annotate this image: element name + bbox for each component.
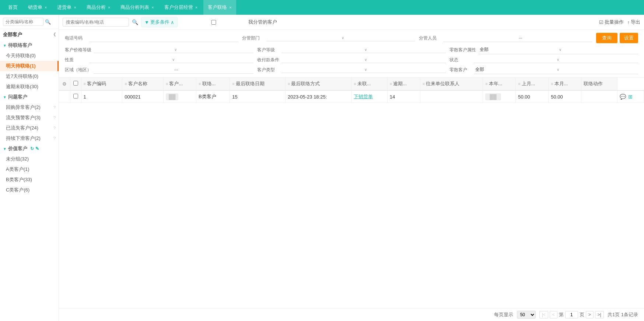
next-page-btn[interactable]: > <box>586 311 594 318</box>
value-edit-icon[interactable]: ✎ <box>35 146 39 151</box>
sidebar-item-declining[interactable]: 持续下滑客户(2) ? <box>0 133 59 144</box>
batch-op-checkbox-icon: ☑ <box>599 20 603 25</box>
filter-retail-attr-label: 零散客户属性 <box>449 47 476 53</box>
nav-home[interactable]: 首页 <box>4 0 22 15</box>
col-contact-person-icon[interactable]: ≡ <box>423 82 425 86</box>
sidebar-item-class-b[interactable]: B类客户(33) <box>0 175 59 185</box>
nav-product-analysis[interactable]: 商品分析 × <box>82 0 115 15</box>
my-customers-check[interactable] <box>181 20 247 25</box>
first-page-btn[interactable]: |< <box>539 311 548 318</box>
col-gear[interactable]: ⚙ <box>59 77 70 90</box>
col-overdue: ≡逾期... <box>387 77 420 90</box>
close-customer-tier-icon[interactable]: × <box>195 5 197 10</box>
row-checkbox[interactable] <box>73 94 78 99</box>
action-comment-icon[interactable]: 💬 <box>620 94 626 100</box>
col-customer-type-icon[interactable]: ≡ <box>166 82 168 86</box>
sidebar-all-customers[interactable]: 全部客户 《 <box>0 29 59 40</box>
action-grid-icon[interactable]: ⊞ <box>628 94 633 100</box>
filter-retail-attr-chevron-icon: ∨ <box>559 48 637 52</box>
sidebar-item-churned[interactable]: 已流失客户(24) ? <box>0 123 59 133</box>
col-overdue-icon[interactable]: ≡ <box>390 82 392 86</box>
row-checkbox-cell[interactable] <box>70 90 81 103</box>
col-this-year-icon[interactable]: ≡ <box>485 82 487 86</box>
col-this-month-icon[interactable]: ≡ <box>551 82 553 86</box>
sidebar-search-icon[interactable]: 🔍 <box>45 19 51 25</box>
filter-dept-dropdown[interactable]: ∨ <box>266 35 416 41</box>
last-page-btn[interactable]: >| <box>595 311 604 318</box>
filter-customer-type-chevron-icon: ∨ <box>364 68 444 72</box>
top-nav: 首页 销货单 × 进货单 × 商品分析 × 商品分析列表 × 客户分层经营 × … <box>0 0 644 15</box>
filter-customer-type-dropdown[interactable]: ∨ <box>281 66 446 73</box>
last-method-link[interactable]: 下销货单 <box>354 94 373 99</box>
close-purchase-order-icon[interactable]: × <box>74 5 76 10</box>
sidebar-search-area: 🔍 <box>0 15 59 29</box>
filter-phone-label: 电话号码 <box>65 35 87 41</box>
filter-person-dropdown[interactable]: ··· <box>443 34 592 42</box>
filter-nature-dropdown[interactable]: ∨ <box>89 56 253 63</box>
search-input[interactable] <box>63 18 129 27</box>
filter-status-dropdown[interactable]: ∨ <box>474 56 638 63</box>
nav-customer-contact[interactable]: 客户联络 × <box>203 0 236 15</box>
filter-person-dots[interactable]: ··· <box>519 35 591 41</box>
sidebar-item-overdue-contact[interactable]: 逾期未联络(30) <box>0 82 59 92</box>
row-action: 💬 ⊞ <box>617 90 644 103</box>
main-layout: 🔍 全部客户 《 ▼ 待联络客户 今天待联络(0) 明天待联络(1) 近7天待联… <box>0 15 644 321</box>
close-sales-order-icon[interactable]: × <box>45 5 47 10</box>
settings-btn[interactable]: 设置 <box>620 33 638 43</box>
col-last-month-icon[interactable]: ≡ <box>518 82 520 86</box>
close-product-analysis-list-icon[interactable]: × <box>151 5 154 10</box>
triangle-icon-problem: ▼ <box>3 95 7 99</box>
filter-phone-input[interactable] <box>89 34 238 42</box>
filter-region-dots[interactable]: ··· <box>174 67 252 72</box>
sidebar-item-repurchase-abnormal[interactable]: 回购异常客户(2) ? <box>0 102 59 113</box>
sidebar-item-week-pending[interactable]: 近7天待联络(0) <box>0 71 59 82</box>
nav-sales-order[interactable]: 销货单 × <box>24 0 51 15</box>
page-size-select[interactable]: 50 10 20 100 <box>517 311 536 319</box>
select-all-checkbox[interactable] <box>73 81 78 86</box>
my-customers-checkbox[interactable]: 我分管的客户 <box>181 19 277 25</box>
batch-op-btn[interactable]: ☑ 批量操作 <box>599 19 624 25</box>
filter-customer-level-label: 客户等级 <box>257 47 279 53</box>
filter-retail-customer-dropdown[interactable]: 全部 ∨ <box>474 65 638 74</box>
page-input[interactable] <box>565 311 578 318</box>
filter-price-level-dropdown[interactable]: ∨ <box>94 46 253 53</box>
filter-status-label: 状态 <box>449 57 472 63</box>
col-contact-count-icon[interactable]: ≡ <box>199 82 201 86</box>
sidebar-search-input[interactable] <box>3 18 43 26</box>
col-last-date-icon[interactable]: ≡ <box>232 82 234 86</box>
row-this-month <box>581 90 617 103</box>
sidebar-item-ungrouped[interactable]: 未分组(32) <box>0 154 59 164</box>
sidebar-item-class-a[interactable]: A类客户(1) <box>0 164 59 175</box>
row-this-year: 50.00 <box>516 90 549 103</box>
prev-page-btn[interactable]: < <box>550 311 557 318</box>
filter-customer-level-dropdown[interactable]: ∨ <box>281 46 446 53</box>
col-no-contact: ≡未联... <box>351 77 388 90</box>
col-checkbox[interactable] <box>70 77 81 90</box>
filter-retail-attr-value: 全部 <box>480 46 557 53</box>
sidebar-item-churn-warning[interactable]: 流失预警客户(3) ? <box>0 113 59 123</box>
filter-more-btn[interactable]: ▼ 更多条件 ∧ <box>141 17 178 27</box>
value-refresh-icon[interactable]: ↻ <box>30 146 34 151</box>
filter-payment-dropdown[interactable]: ∨ <box>281 56 446 63</box>
col-last-method-icon[interactable]: ≡ <box>288 82 290 86</box>
filter-region-dropdown[interactable]: ··· <box>94 66 253 74</box>
export-btn[interactable]: ↑ 导出 <box>627 19 641 25</box>
nav-customer-tier[interactable]: 客户分层经营 × <box>160 0 202 15</box>
col-no-contact-icon[interactable]: ≡ <box>354 82 356 86</box>
nav-product-analysis-list[interactable]: 商品分析列表 × <box>116 0 158 15</box>
filter-customer-level: 客户等级 ∨ <box>257 46 446 53</box>
row-last-method[interactable]: 下销货单 <box>351 90 388 103</box>
close-product-analysis-icon[interactable]: × <box>108 5 110 10</box>
col-name-icon[interactable]: ≡ <box>125 82 127 86</box>
toolbar-search-icon[interactable]: 🔍 <box>132 19 138 25</box>
filter-retail-attr-dropdown[interactable]: 全部 ∨ <box>478 45 638 54</box>
sidebar-item-class-c[interactable]: C类客户(6) <box>0 185 59 195</box>
action-icons: 💬 ⊞ <box>620 94 641 100</box>
sidebar-item-tomorrow-pending[interactable]: 明天待联络(1) <box>0 61 59 71</box>
col-code-icon[interactable]: ≡ <box>84 82 86 86</box>
close-customer-contact-icon[interactable]: × <box>229 5 231 10</box>
nav-purchase-order[interactable]: 进货单 × <box>53 0 80 15</box>
sidebar-item-today-pending[interactable]: 今天待联络(0) <box>0 51 59 61</box>
filter-phone: 电话号码 <box>65 34 238 42</box>
query-btn[interactable]: 查询 <box>596 33 617 43</box>
